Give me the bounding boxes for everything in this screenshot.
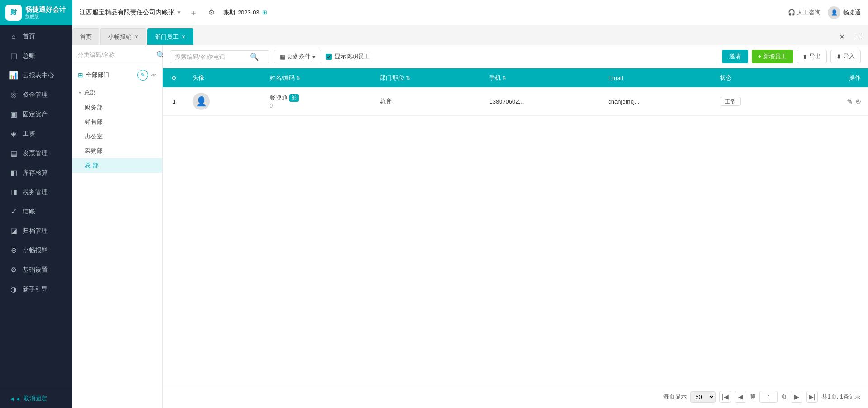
col-dept[interactable]: 部门/职位 (373, 68, 482, 87)
dept-collapse-icon[interactable]: ≪ (151, 72, 157, 78)
page-number-input[interactable] (760, 391, 778, 403)
ledger-icon: ◫ (9, 52, 18, 60)
emp-name: 畅捷通 部 (270, 94, 365, 102)
employees-area: 🔍 ▦ 更多条件 ▾ 显示离职员工 邀请 + 新增员工 ⬆ 导出 (163, 45, 868, 408)
row-email: chanjethkj... (601, 87, 712, 116)
invite-button[interactable]: 邀请 (722, 50, 748, 63)
unpin-label: 取消固定 (24, 394, 47, 403)
tab-close-all-button[interactable]: ✕ (835, 30, 848, 43)
sidebar-item-expense[interactable]: ⊕ 小畅报销 (0, 241, 72, 260)
import-button[interactable]: ⬇ 导入 (830, 50, 861, 63)
support-label: 人工咨询 (797, 9, 821, 17)
support-button[interactable]: 🎧 人工咨询 (788, 9, 821, 17)
add-employee-button[interactable]: + 新增员工 (752, 50, 793, 63)
tabs-actions: ✕ ⛶ (835, 30, 868, 45)
col-name[interactable]: 姓名/编码 (263, 68, 373, 87)
tab-home-label: 首页 (80, 33, 92, 41)
dept-sidebar: 🔍 ⊞ 全部部门 ✎ ≪ ▼ 总部 财务部 销售部 (72, 45, 163, 408)
dept-sales[interactable]: 销售部 (72, 115, 162, 129)
tab-employees-close-icon[interactable]: ✕ (181, 34, 186, 40)
sidebar-item-label: 库存核算 (23, 169, 48, 177)
dept-purchase-label: 采购部 (85, 147, 103, 154)
sidebar-item-guide[interactable]: ◑ 新手引导 (0, 280, 72, 299)
sidebar-item-label: 新手引导 (23, 285, 48, 294)
dept-finance[interactable]: 财务部 (72, 100, 162, 115)
filter-button[interactable]: ▦ 更多条件 ▾ (274, 50, 321, 63)
show-resigned-checkbox[interactable] (326, 54, 332, 60)
col-settings[interactable]: ⚙ (163, 68, 185, 87)
sidebar-item-salary[interactable]: ◈ 工资 (0, 124, 72, 143)
prev-page-button[interactable]: ◀ (735, 391, 746, 403)
sidebar-item-label: 结账 (23, 208, 35, 216)
emp-search-input[interactable] (175, 53, 247, 60)
sidebar-item-tax[interactable]: ◨ 税务管理 (0, 182, 72, 202)
sidebar-item-label: 资金管理 (23, 91, 48, 99)
dept-hq[interactable]: ▼ 总部 (72, 85, 162, 100)
dept-general-label: 总 部 (85, 162, 99, 169)
next-page-button[interactable]: ▶ (791, 391, 802, 403)
accounting-period: 账期 2023-03 ⊞ (223, 9, 267, 17)
show-resigned-label: 显示离职员工 (326, 52, 370, 61)
export-icon: ⬆ (802, 53, 807, 60)
period-label: 账期 (223, 9, 235, 17)
filter-icon: ▦ (280, 53, 285, 60)
col-phone[interactable]: 手机 (482, 68, 601, 87)
page-size-select[interactable]: 50 10 20 100 (690, 391, 716, 403)
logout-employee-button[interactable]: ⎋ (856, 97, 861, 105)
sidebar-item-home[interactable]: ⌂ 首页 (0, 27, 72, 46)
calendar-icon[interactable]: ⊞ (262, 9, 267, 16)
tab-home[interactable]: 首页 (72, 28, 99, 45)
chevron-down-icon: ▼ (176, 9, 182, 16)
sidebar-item-label: 工资 (23, 130, 35, 138)
dept-sales-label: 销售部 (85, 119, 103, 125)
sidebar-item-label: 首页 (23, 33, 35, 41)
unpin-button[interactable]: ◄◄ 取消固定 (0, 389, 72, 408)
tab-expand-button[interactable]: ⛶ (852, 30, 864, 43)
emp-avatar-img: 👤 (193, 93, 210, 110)
sidebar-item-reports[interactable]: 📊 云报表中心 (0, 66, 72, 85)
app-logo: 财 畅捷通好会计 旗舰版 (0, 0, 72, 25)
sidebar-item-settings[interactable]: ⚙ 基础设置 (0, 260, 72, 280)
sidebar-item-closing[interactable]: ✓ 结账 (0, 202, 72, 221)
topbar-right: 🎧 人工咨询 👤 畅捷通 (788, 6, 861, 19)
import-label: 导入 (843, 52, 855, 61)
sidebar-item-funds[interactable]: ◎ 资金管理 (0, 85, 72, 104)
main-content: 江西服宝精品有限责任公司内账张 ▼ ＋ ⚙ 账期 2023-03 ⊞ 🎧 人工咨… (72, 0, 868, 408)
tab-expense-close-icon[interactable]: ✕ (134, 34, 139, 40)
settings-icon: ⚙ (9, 266, 18, 274)
invoice-icon: ▤ (9, 149, 18, 157)
all-dept-header[interactable]: ⊞ 全部部门 ✎ ≪ (72, 65, 162, 85)
employees-toolbar: 🔍 ▦ 更多条件 ▾ 显示离职员工 邀请 + 新增员工 ⬆ 导出 (163, 45, 868, 68)
last-page-button[interactable]: ▶| (806, 391, 818, 403)
table-row: 1 👤 畅捷通 部 0 (163, 87, 868, 116)
edit-employee-button[interactable]: ✎ (847, 97, 853, 106)
dept-office[interactable]: 办公室 (72, 129, 162, 144)
dept-edit-icon[interactable]: ✎ (137, 70, 148, 81)
dept-general[interactable]: 总 部 (72, 158, 162, 173)
unpin-icon: ◄◄ (9, 395, 21, 402)
dept-purchase[interactable]: 采购部 (72, 144, 162, 158)
dept-search-input[interactable] (78, 52, 154, 58)
first-page-button[interactable]: |◀ (719, 391, 731, 403)
row-dept: 总 部 (373, 87, 482, 116)
dept-finance-label: 财务部 (85, 104, 103, 111)
sidebar-item-ledger[interactable]: ◫ 总账 (0, 46, 72, 66)
page-size-label: 每页显示 (663, 393, 687, 401)
topbar-settings-icon[interactable]: ⚙ (205, 6, 218, 19)
company-selector[interactable]: 江西服宝精品有限责任公司内账张 ▼ (80, 9, 182, 17)
add-tab-button[interactable]: ＋ (187, 6, 200, 19)
export-button[interactable]: ⬆ 导出 (797, 50, 827, 63)
app-edition: 旗舰版 (25, 14, 66, 20)
emp-dept-badge: 部 (289, 94, 299, 102)
row-avatar: 👤 (185, 87, 263, 116)
tab-expense[interactable]: 小畅报销 ✕ (100, 28, 146, 45)
sidebar-item-inventory[interactable]: ◧ 库存核算 (0, 163, 72, 182)
sidebar-item-assets[interactable]: ▣ 固定资产 (0, 104, 72, 124)
user-menu[interactable]: 👤 畅捷通 (828, 6, 861, 19)
tab-employees[interactable]: 部门员工 ✕ (147, 28, 193, 45)
emp-search-icon[interactable]: 🔍 (250, 52, 259, 61)
sidebar-item-archive[interactable]: ◪ 归档管理 (0, 221, 72, 241)
dept-search-area: 🔍 (72, 45, 162, 65)
sidebar-item-invoice[interactable]: ▤ 发票管理 (0, 143, 72, 163)
pagination: 每页显示 50 10 20 100 |◀ ◀ 第 页 ▶ ▶| 共1页, 1条记… (163, 385, 868, 408)
